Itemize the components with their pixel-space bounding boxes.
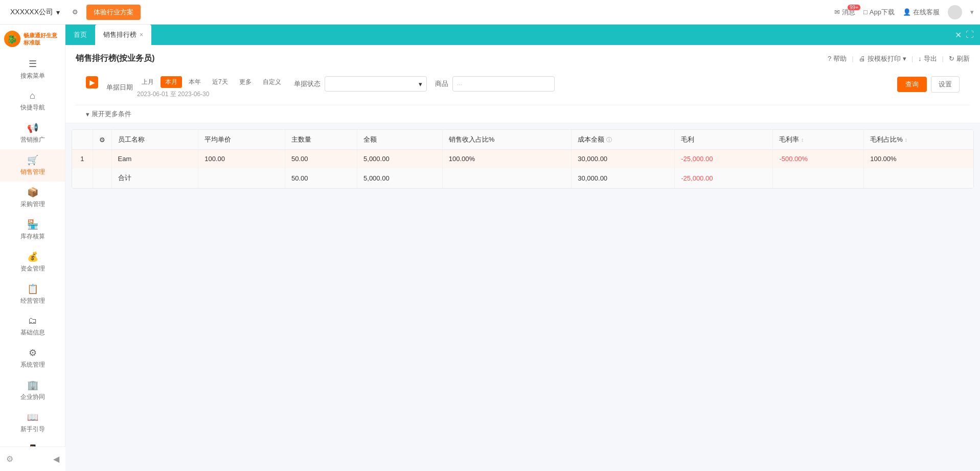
page-header: 销售排行榜(按业务员) ? 帮助 | 🖨 按模板打印 ▾ | ↓ bbox=[65, 45, 980, 123]
message-button[interactable]: ✉ 消息 99+ bbox=[834, 8, 855, 17]
settings-button[interactable]: 设置 bbox=[931, 76, 960, 93]
tab-restore-icon[interactable]: ⛶ bbox=[966, 30, 974, 39]
sidebar-item-label: 新手引导 bbox=[20, 425, 45, 434]
online-service-button[interactable]: 👤 在线客服 bbox=[903, 8, 940, 17]
cell-sales-pct: 100.00% bbox=[442, 150, 572, 168]
sidebar-item-label: 企业协同 bbox=[20, 393, 45, 401]
table-row: 1 Eam 100.00 50.00 5,000.00 100.00% 30,0… bbox=[72, 150, 973, 168]
cell-gross: -25,000.00 bbox=[675, 150, 773, 168]
tab-close-all-icon[interactable]: ✕ bbox=[955, 30, 962, 40]
sidebar-item-label: 采购管理 bbox=[20, 200, 45, 209]
tab-sales-rank[interactable]: 销售排行榜 × bbox=[95, 25, 151, 45]
col-settings[interactable]: ⚙ bbox=[93, 130, 111, 150]
col-qty: 主数量 bbox=[285, 130, 357, 150]
help-button[interactable]: ? 帮助 bbox=[828, 54, 847, 63]
col-gross: 毛利 bbox=[675, 130, 773, 150]
goods-input[interactable]: ··· bbox=[452, 76, 555, 92]
trial-button[interactable]: 体验行业方案 bbox=[86, 5, 141, 20]
sidebar-item-enterprise[interactable]: 🏢 企业协同 bbox=[0, 374, 65, 407]
status-select[interactable]: ▾ bbox=[325, 76, 427, 92]
sidebar-item-guide[interactable]: 📖 新手引导 bbox=[0, 407, 65, 439]
goods-input-placeholder: ··· bbox=[457, 80, 463, 88]
sidebar-item-quick[interactable]: ⌂ 快捷导航 bbox=[0, 85, 65, 117]
date-tab-this-year[interactable]: 本年 bbox=[184, 76, 206, 88]
inventory-icon: 🏪 bbox=[27, 219, 38, 230]
enterprise-icon: 🏢 bbox=[27, 379, 38, 391]
sidebar-item-sales[interactable]: 🛒 销售管理 bbox=[0, 149, 65, 182]
footer-qty: 50.00 bbox=[285, 168, 357, 188]
tab-sales-rank-label: 销售排行榜 bbox=[103, 30, 136, 39]
settings-icon[interactable]: ⚙ bbox=[68, 5, 82, 19]
tab-bar-right: ✕ ⛶ bbox=[955, 30, 980, 40]
date-tab-more[interactable]: 更多 bbox=[235, 76, 256, 88]
col-avg-price: 平均单价 bbox=[198, 130, 285, 150]
sidebar-item-basic[interactable]: 🗂 基础信息 bbox=[0, 310, 65, 342]
search-menu-icon: ☰ bbox=[29, 58, 37, 70]
sidebar-logo: 🐉 畅康通好生意标准版 bbox=[0, 25, 65, 53]
goods-filter-label: 商品 bbox=[435, 79, 448, 88]
sidebar-item-system[interactable]: ⚙ 系统管理 bbox=[0, 342, 65, 374]
col-sales-pct: 销售收入占比% bbox=[442, 130, 572, 150]
tab-home[interactable]: 首页 bbox=[65, 25, 95, 45]
collapse-sidebar-icon[interactable]: ◀ bbox=[53, 454, 59, 464]
footer-avg-price bbox=[198, 168, 285, 188]
expand-conditions-button[interactable]: ▾ 展开更多条件 bbox=[76, 105, 970, 123]
gross-pct-sort-icon[interactable]: ↕ bbox=[904, 137, 907, 143]
print-chevron-icon: ▾ bbox=[903, 55, 906, 62]
sidebar-item-label: 资金管理 bbox=[20, 264, 45, 273]
date-tab-prev-month[interactable]: 上月 bbox=[137, 76, 158, 88]
company-name: XXXXXX公司 bbox=[10, 8, 53, 17]
export-button[interactable]: ↓ 导出 bbox=[918, 54, 937, 63]
sidebar-item-label: 搜索菜单 bbox=[20, 72, 45, 80]
basic-icon: 🗂 bbox=[28, 316, 37, 326]
query-button[interactable]: 查询 bbox=[897, 77, 927, 92]
cost-info-icon[interactable]: ⓘ bbox=[606, 137, 612, 143]
footer-empty1 bbox=[72, 168, 93, 188]
footer-gross-pct bbox=[864, 168, 973, 188]
sidebar-item-search[interactable]: ☰ 搜索菜单 bbox=[0, 53, 65, 85]
tab-close-icon[interactable]: × bbox=[140, 31, 143, 38]
col-name: 员工名称 bbox=[111, 130, 198, 150]
date-tab-custom[interactable]: 自定义 bbox=[258, 76, 286, 88]
operations-icon: 📋 bbox=[27, 283, 38, 295]
date-tab-7days[interactable]: 近7天 bbox=[208, 76, 233, 88]
date-filter-label: 单据日期 bbox=[106, 83, 133, 92]
cell-row-settings bbox=[93, 150, 111, 168]
avatar[interactable] bbox=[948, 5, 962, 19]
cell-gross-pct: 100.00% bbox=[864, 150, 973, 168]
footer-label: 合计 bbox=[111, 168, 198, 188]
sales-icon: 🛒 bbox=[27, 154, 38, 166]
sidebar-item-operations[interactable]: 📋 经营管理 bbox=[0, 278, 65, 310]
col-cost: 成本全额 ⓘ bbox=[572, 130, 675, 150]
sidebar-item-label: 库存核算 bbox=[20, 232, 45, 241]
top-right-actions: ✉ 消息 99+ □ App下载 👤 在线客服 ▾ bbox=[834, 5, 974, 19]
divider3: | bbox=[942, 55, 944, 62]
divider2: | bbox=[911, 55, 913, 62]
app-download-button[interactable]: □ App下载 bbox=[863, 8, 895, 17]
print-button[interactable]: 🖨 按模板打印 ▾ bbox=[859, 54, 906, 63]
company-selector[interactable]: XXXXXX公司 ▾ bbox=[6, 6, 64, 19]
message-icon: ✉ bbox=[834, 8, 840, 16]
date-tab-this-month[interactable]: 本月 bbox=[161, 76, 182, 88]
gross-rate-sort-icon[interactable]: ↕ bbox=[801, 137, 804, 143]
col-gross-pct: 毛利占比% ↕ bbox=[864, 130, 973, 150]
query-action-group: 查询 设置 bbox=[897, 76, 960, 93]
refresh-button[interactable]: ↻ 刷新 bbox=[949, 54, 970, 63]
sidebar-item-inventory[interactable]: 🏪 库存核算 bbox=[0, 214, 65, 246]
marketing-icon: 📢 bbox=[27, 122, 38, 133]
message-badge: 99+ bbox=[848, 5, 860, 10]
table-body: 1 Eam 100.00 50.00 5,000.00 100.00% 30,0… bbox=[72, 150, 973, 168]
sidebar-item-label: 系统管理 bbox=[20, 361, 45, 369]
page-actions: ? 帮助 | 🖨 按模板打印 ▾ | ↓ 导出 | bbox=[828, 54, 970, 63]
refresh-icon: ↻ bbox=[949, 55, 954, 62]
cell-avg-price: 100.00 bbox=[198, 150, 285, 168]
sidebar-item-purchase[interactable]: 📦 采购管理 bbox=[0, 182, 65, 214]
cell-gross-rate: -500.00% bbox=[773, 150, 864, 168]
sidebar-item-finance[interactable]: 💰 资金管理 bbox=[0, 246, 65, 278]
table-footer-row: 合计 50.00 5,000.00 30,000.00 -25,000.00 bbox=[72, 168, 973, 188]
sidebar-item-marketing[interactable]: 📢 营销推广 bbox=[0, 117, 65, 149]
bottom-settings-icon[interactable]: ⚙ bbox=[6, 454, 13, 464]
filter-expand-arrow[interactable]: ▶ bbox=[86, 76, 98, 88]
cell-amount: 5,000.00 bbox=[357, 150, 443, 168]
page-title-row: 销售排行榜(按业务员) ? 帮助 | 🖨 按模板打印 ▾ | ↓ bbox=[76, 53, 970, 64]
